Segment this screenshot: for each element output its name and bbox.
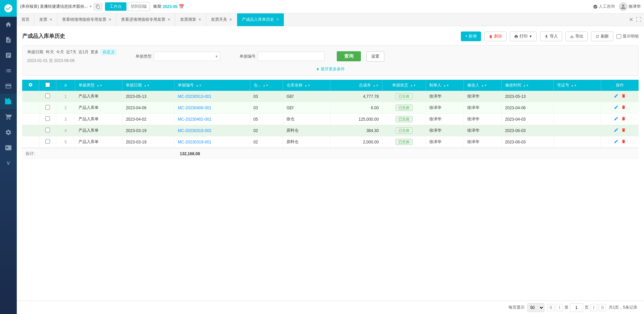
shortcut-today[interactable]: 今天 — [56, 49, 64, 55]
first-page-button[interactable]: ⟨⟨ — [547, 304, 554, 311]
th-date[interactable]: 单据日期 ▲▼ — [122, 80, 174, 91]
row-edit-1[interactable] — [614, 106, 620, 111]
th-action: 操作 — [601, 80, 639, 91]
th-modify-time[interactable]: 修改时间 ▲▼ — [501, 80, 553, 91]
sidebar-item-inventory[interactable] — [0, 94, 17, 109]
select-all-checkbox[interactable] — [45, 82, 50, 87]
show-detail-toggle[interactable]: 显示明细 — [616, 34, 639, 39]
expand-tabs-button[interactable]: ⛶ — [636, 17, 641, 23]
old-version-button[interactable]: 切到旧版 — [128, 2, 150, 11]
page-num-input[interactable] — [570, 303, 583, 312]
th-warehouse-name[interactable]: 仓库名称 ▲▼ — [283, 80, 330, 91]
page-title: 产成品入库单历史 — [22, 33, 65, 40]
delete-button[interactable]: 删除 — [484, 32, 506, 41]
row-delete-1[interactable] — [621, 106, 626, 111]
th-creator[interactable]: 制单人 ▲▼ — [426, 80, 464, 91]
shortcut-yesterday[interactable]: 昨天 — [46, 49, 54, 55]
type-filter-group: 单据类型 ▼ — [136, 52, 221, 61]
user-name-display[interactable]: 徐泽华 — [619, 2, 641, 11]
sidebar-item-purchase[interactable] — [0, 109, 17, 125]
row-code-0[interactable]: MC-20230513-001 — [174, 91, 250, 102]
last-page-button[interactable]: ⟩⟩ — [599, 304, 606, 311]
row-checkbox-1[interactable] — [39, 102, 56, 114]
row-edit-2[interactable] — [614, 117, 620, 122]
tab-product-history-close[interactable]: ✕ — [276, 17, 279, 22]
row-checkbox-3[interactable] — [39, 125, 56, 136]
type-select[interactable] — [154, 52, 221, 61]
tab-home[interactable]: 首页 — [17, 13, 35, 26]
row-delete-0[interactable] — [621, 94, 626, 99]
row-delete-3[interactable] — [621, 128, 626, 133]
row-edit-0[interactable] — [614, 94, 620, 99]
prev-page-button[interactable]: ⟨ — [556, 304, 563, 311]
row-code-3[interactable]: MC-20230319-002 — [174, 125, 250, 136]
code-input[interactable] — [258, 52, 325, 61]
row-delete-4[interactable] — [621, 140, 626, 145]
sidebar-item-settings[interactable] — [0, 125, 17, 140]
sidebar-item-voucher[interactable] — [0, 78, 17, 94]
user-service-button[interactable]: 人工咨询 — [593, 4, 615, 9]
row-checkbox-4[interactable] — [39, 136, 56, 148]
page-size-select[interactable]: 50 10 20 100 — [527, 303, 544, 312]
row-edit-3[interactable] — [614, 128, 620, 133]
expand-more-button[interactable]: ▼ 展开更多条件 — [316, 66, 345, 72]
new-button[interactable]: + 新增 — [461, 32, 481, 41]
th-checkbox[interactable] — [39, 80, 56, 91]
row-checkbox-0[interactable] — [39, 91, 56, 102]
shortcut-more[interactable]: 更多 — [91, 49, 99, 55]
th-type[interactable]: 单据类型 ▲▼ — [75, 80, 122, 91]
tab-sales-invoice-close[interactable]: ✕ — [108, 17, 111, 22]
tab-invoice[interactable]: 发票 ✕ — [35, 13, 57, 26]
show-detail-checkbox[interactable] — [616, 34, 621, 39]
row-type-4: 产品入库单 — [75, 136, 122, 148]
th-warehouse-id[interactable]: 仓... ▲▼ — [250, 80, 283, 91]
shortcut-1month[interactable]: 近1月 — [78, 49, 89, 55]
tab-invoice-calc-close[interactable]: ✕ — [198, 17, 201, 22]
sidebar-item-v[interactable]: V — [0, 155, 17, 171]
th-voucher[interactable]: 凭证号 ▲▼ — [553, 80, 601, 91]
row-code-2[interactable]: MC-20230402-001 — [174, 114, 250, 125]
sidebar-item-home[interactable] — [0, 17, 17, 32]
tab-purchase-invoice[interactable]: 查看进项增值税专用发票 ✕ — [116, 13, 175, 26]
row-modifier-0: 徐泽华 — [464, 91, 501, 102]
tab-invoice-close[interactable]: ✕ — [49, 17, 52, 22]
th-status[interactable]: 单据状态 ▲▼ — [382, 80, 426, 91]
row-wname-1: GEf — [283, 102, 330, 114]
tab-invoice-issue[interactable]: 发票开具 ✕ — [206, 13, 237, 26]
refresh-button[interactable]: 刷新 — [591, 32, 613, 41]
tab-product-history[interactable]: 产成品入库单历史 ✕ — [237, 13, 284, 26]
sidebar-item-video[interactable] — [0, 140, 17, 155]
query-button[interactable]: 查询 — [337, 51, 361, 61]
table-row: 5 产品入库单 2023-03-19 MC-20230319-001 02 原料… — [22, 136, 639, 148]
print-button[interactable]: 打印 ▼ — [510, 32, 537, 41]
next-page-button[interactable]: ⟩ — [590, 304, 597, 311]
copy-company-button[interactable] — [94, 3, 102, 10]
th-code[interactable]: 单据编号 ▲▼ — [174, 80, 250, 91]
tab-invoice-issue-close[interactable]: ✕ — [229, 17, 232, 22]
row-delete-2[interactable] — [621, 117, 626, 122]
close-all-tabs-button[interactable]: ✕ — [629, 16, 633, 23]
export-button[interactable]: 导出 — [566, 32, 588, 41]
data-table: # 单据类型 ▲▼ 单据日期 ▲▼ 单据编号 ▲▼ — [22, 80, 639, 148]
row-total-0: 4,777.78 — [330, 91, 382, 102]
workbench-button[interactable]: 工作台 — [105, 2, 126, 11]
th-total[interactable]: 总成本 ▲▼ — [330, 80, 382, 91]
shortcut-custom[interactable]: 自定义 — [101, 49, 117, 55]
row-code-4[interactable]: MC-20230319-001 — [174, 136, 250, 148]
th-settings[interactable] — [22, 80, 39, 91]
set-button[interactable]: 设置 — [366, 51, 384, 62]
row-type-0: 产品入库单 — [75, 91, 122, 102]
row-edit-4[interactable] — [614, 140, 620, 145]
import-button[interactable]: 导入 — [540, 32, 562, 41]
row-code-1[interactable]: MC-20230406-001 — [174, 102, 250, 114]
tab-purchase-invoice-close[interactable]: ✕ — [167, 17, 170, 22]
tab-invoice-calc[interactable]: 发票测算 ✕ — [175, 13, 206, 26]
sidebar-item-invoice[interactable] — [0, 32, 17, 48]
shortcut-7days[interactable]: 近7天 — [66, 49, 76, 55]
sidebar-item-chart[interactable] — [0, 63, 17, 78]
tab-sales-invoice[interactable]: 查看销项增值税专用发票 ✕ — [57, 13, 116, 26]
th-modifier[interactable]: 修改人 ▲▼ — [464, 80, 501, 91]
main-content: 产成品入库单历史 + 新增 删除 打印 ▼ 导入 导出 — [17, 26, 644, 314]
row-checkbox-2[interactable] — [39, 114, 56, 125]
sidebar-item-report[interactable] — [0, 48, 17, 63]
